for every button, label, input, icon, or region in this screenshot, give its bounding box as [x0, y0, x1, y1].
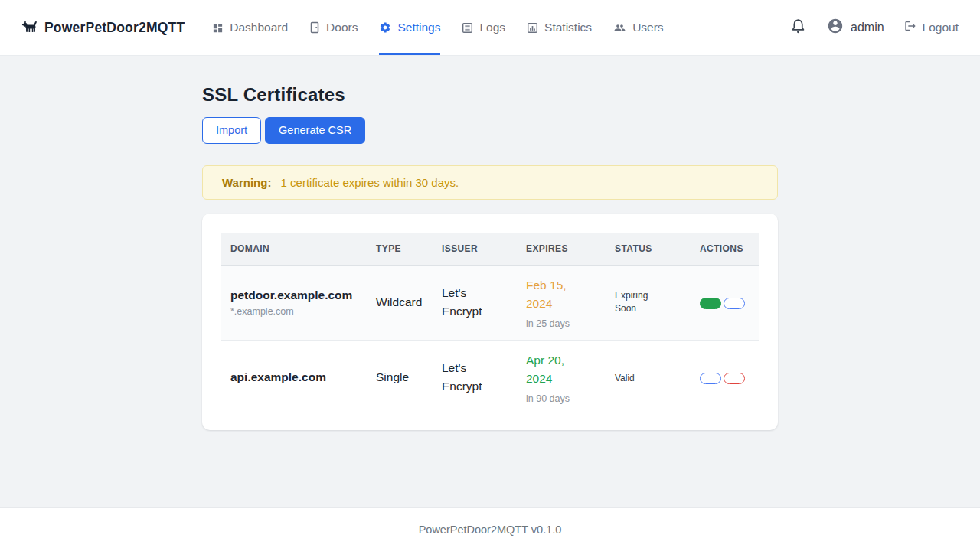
user-chip[interactable]: admin — [827, 18, 884, 37]
toolbar: Import Generate CSR — [202, 117, 778, 144]
users-icon — [613, 22, 626, 34]
nav-item-doors[interactable]: Doors — [309, 0, 358, 55]
table-row: petdoor.example.com *.example.com Wildca… — [221, 265, 759, 340]
certificates-card: Domain Type Issuer Expires Status Action… — [202, 214, 778, 430]
expires-date: Apr 20, 2024 — [526, 351, 577, 388]
cert-type: Wildcard — [367, 265, 433, 340]
nav-item-statistics[interactable]: Statistics — [527, 0, 592, 55]
column-header-status: Status — [606, 233, 691, 266]
dog-logo-icon — [21, 20, 38, 36]
warning-label: Warning: — [222, 176, 271, 189]
warning-message: 1 certificate expires within 30 days. — [281, 176, 459, 189]
cert-issuer: Let's Encrypt — [442, 284, 497, 321]
expires-date: Feb 15, 2024 — [526, 276, 577, 313]
dashboard-grid-icon — [212, 22, 224, 34]
gear-icon — [379, 21, 391, 34]
nav-label: Logs — [479, 21, 505, 34]
table-row: api.example.com Single Let's Encrypt Apr… — [221, 340, 759, 415]
top-navbar: PowerPetDoor2MQTT Dashboard Doors — [0, 0, 980, 56]
column-header-expires: Expires — [517, 233, 606, 266]
nav-label: Doors — [326, 21, 358, 34]
nav-label: Statistics — [544, 21, 592, 34]
door-icon — [309, 21, 320, 34]
action-button-red[interactable] — [724, 373, 745, 384]
import-button[interactable]: Import — [202, 117, 261, 144]
notifications-bell-button[interactable] — [789, 17, 807, 38]
nav-item-settings[interactable]: Settings — [379, 0, 440, 55]
nav-item-dashboard[interactable]: Dashboard — [212, 0, 288, 55]
warning-banner: Warning: 1 certificate expires within 30… — [202, 165, 778, 200]
action-button-blue[interactable] — [724, 298, 745, 309]
generate-csr-button[interactable]: Generate CSR — [265, 117, 365, 144]
page-title: SSL Certificates — [202, 84, 778, 106]
expires-relative: in 25 days — [526, 318, 596, 329]
cert-issuer: Let's Encrypt — [442, 359, 497, 396]
domain-name: api.example.com — [230, 370, 358, 384]
certificates-table: Domain Type Issuer Expires Status Action… — [221, 233, 759, 415]
main-nav: Dashboard Doors Settings — [212, 0, 663, 55]
action-button-green[interactable] — [700, 298, 721, 309]
username-text: admin — [851, 21, 884, 34]
logs-icon — [462, 22, 473, 34]
main-content: SSL Certificates Import Generate CSR War… — [0, 56, 980, 507]
brand: PowerPetDoor2MQTT — [21, 20, 185, 36]
avatar-icon — [827, 18, 844, 37]
page-footer: PowerPetDoor2MQTT v0.1.0 — [0, 507, 980, 551]
domain-name: petdoor.example.com — [230, 289, 358, 302]
status-text: Valid — [615, 372, 635, 385]
cert-type: Single — [367, 340, 433, 415]
statistics-icon — [527, 22, 538, 34]
brand-title: PowerPetDoor2MQTT — [44, 20, 185, 36]
footer-version-text: PowerPetDoor2MQTT v0.1.0 — [419, 523, 562, 536]
logout-button[interactable]: Logout — [904, 20, 959, 35]
logout-label: Logout — [923, 21, 959, 34]
bell-icon — [791, 18, 805, 37]
logout-icon — [904, 20, 916, 35]
domain-alt-name: *.example.com — [230, 306, 358, 317]
column-header-actions: Actions — [691, 233, 759, 266]
action-button-blue[interactable] — [700, 373, 721, 384]
expires-relative: in 90 days — [526, 393, 596, 404]
table-header-row: Domain Type Issuer Expires Status Action… — [221, 233, 759, 266]
nav-label: Users — [632, 21, 663, 34]
column-header-issuer: Issuer — [433, 233, 517, 266]
nav-item-logs[interactable]: Logs — [462, 0, 505, 55]
navbar-right: admin Logout — [789, 17, 959, 38]
nav-label: Settings — [397, 21, 440, 34]
status-text: Expiring Soon — [615, 289, 659, 316]
nav-item-users[interactable]: Users — [613, 0, 663, 55]
column-header-domain: Domain — [221, 233, 367, 266]
nav-label: Dashboard — [230, 21, 288, 34]
column-header-type: Type — [367, 233, 433, 266]
